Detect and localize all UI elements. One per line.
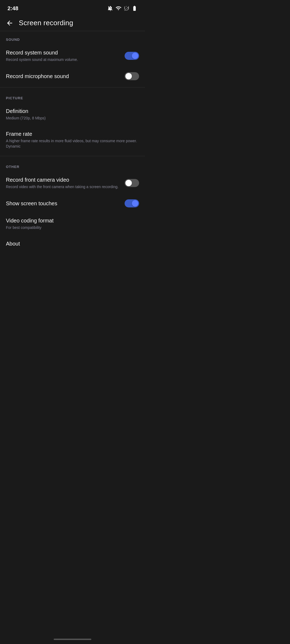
setting-subtitle-record-system-sound: Record system sound at maximum volume. xyxy=(6,57,120,63)
toolbar: Screen recording xyxy=(0,15,145,31)
setting-subtitle-frame-rate: A higher frame rate results in more flui… xyxy=(6,138,139,149)
setting-frame-rate[interactable]: Frame rate A higher frame rate results i… xyxy=(0,126,145,154)
back-button[interactable] xyxy=(6,19,13,27)
setting-text-record-microphone-sound: Record microphone sound xyxy=(6,73,125,80)
setting-record-front-camera[interactable]: Record front camera video Record video w… xyxy=(0,171,145,195)
setting-about[interactable]: About xyxy=(0,235,145,252)
wifi-icon xyxy=(115,5,121,11)
setting-record-system-sound[interactable]: Record system sound Record system sound … xyxy=(0,44,145,67)
mute-icon xyxy=(107,5,113,11)
back-arrow-icon xyxy=(6,19,13,27)
setting-title-show-screen-touches: Show screen touches xyxy=(6,200,120,207)
frame-rate-value: Dynamic xyxy=(6,144,20,148)
setting-title-frame-rate: Frame rate xyxy=(6,130,139,137)
section-other: OTHER Record front camera video Record v… xyxy=(0,158,145,252)
setting-record-microphone-sound[interactable]: Record microphone sound xyxy=(0,67,145,85)
divider-picture-other xyxy=(0,156,145,156)
toggle-show-screen-touches[interactable] xyxy=(125,199,139,207)
setting-subtitle-definition: Medium (720p, 8 Mbps) xyxy=(6,116,139,121)
section-header-picture: PICTURE xyxy=(0,90,145,103)
divider-sound-picture xyxy=(0,87,145,87)
setting-title-record-front-camera: Record front camera video xyxy=(6,176,120,183)
toggle-thumb-record-system-sound xyxy=(132,53,138,59)
setting-title-definition: Definition xyxy=(6,108,139,115)
setting-title-about: About xyxy=(6,240,139,247)
toggle-thumb-record-front-camera xyxy=(125,180,132,186)
setting-definition[interactable]: Definition Medium (720p, 8 Mbps) xyxy=(0,103,145,126)
battery-icon xyxy=(132,5,137,11)
status-time: 2:48 xyxy=(8,5,18,12)
setting-text-record-front-camera: Record front camera video Record video w… xyxy=(6,176,125,190)
signal-icon xyxy=(124,5,129,11)
setting-title-video-coding-format: Video coding format xyxy=(6,217,139,224)
setting-subtitle-video-coding-format: For best compatibility xyxy=(6,225,139,230)
content: SOUND Record system sound Record system … xyxy=(0,31,145,265)
toggle-thumb-show-screen-touches xyxy=(132,200,138,207)
status-bar: 2:48 xyxy=(0,0,145,15)
section-sound: SOUND Record system sound Record system … xyxy=(0,31,145,85)
section-header-sound: SOUND xyxy=(0,31,145,44)
setting-subtitle-record-front-camera: Record video with the front camera when … xyxy=(6,184,120,190)
status-icons xyxy=(107,5,137,11)
toggle-record-microphone-sound[interactable] xyxy=(125,72,139,80)
toggle-thumb-record-microphone-sound xyxy=(125,73,132,79)
setting-text-record-system-sound: Record system sound Record system sound … xyxy=(6,49,125,63)
section-header-other: OTHER xyxy=(0,158,145,171)
section-picture: PICTURE Definition Medium (720p, 8 Mbps)… xyxy=(0,90,145,154)
toggle-record-front-camera[interactable] xyxy=(125,179,139,187)
setting-text-show-screen-touches: Show screen touches xyxy=(6,200,125,207)
setting-title-record-system-sound: Record system sound xyxy=(6,49,120,56)
toggle-record-system-sound[interactable] xyxy=(125,52,139,60)
setting-title-record-microphone-sound: Record microphone sound xyxy=(6,73,120,80)
setting-video-coding-format[interactable]: Video coding format For best compatibili… xyxy=(0,212,145,235)
setting-show-screen-touches[interactable]: Show screen touches xyxy=(0,195,145,212)
page-title: Screen recording xyxy=(19,19,73,27)
